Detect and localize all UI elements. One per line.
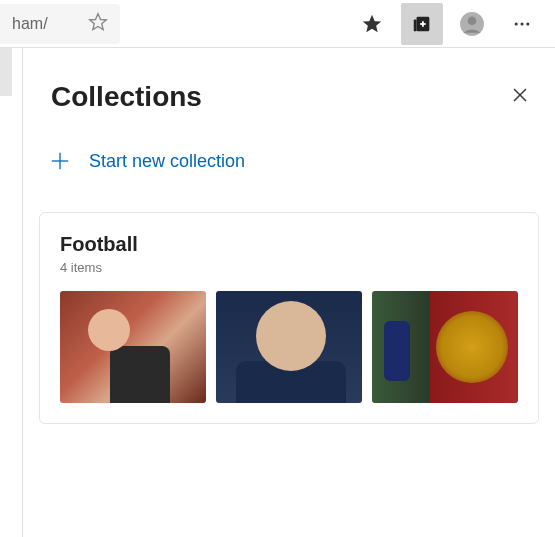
address-bar-fragment[interactable]: ham/ (0, 4, 120, 44)
svg-point-7 (468, 16, 477, 25)
panel-header: Collections (43, 80, 535, 114)
favorites-button[interactable] (351, 3, 393, 45)
profile-button[interactable] (451, 3, 493, 45)
panel-title: Collections (43, 81, 202, 113)
more-options-button[interactable] (501, 3, 543, 45)
svg-rect-3 (414, 19, 417, 31)
svg-marker-1 (363, 14, 381, 31)
start-new-collection-button[interactable]: Start new collection (43, 150, 535, 172)
svg-point-8 (515, 22, 518, 25)
side-edge (0, 48, 12, 96)
collection-name: Football (60, 233, 518, 256)
svg-marker-0 (90, 13, 107, 29)
svg-point-9 (521, 22, 524, 25)
close-icon (511, 86, 529, 104)
svg-point-10 (526, 22, 529, 25)
collection-thumbnail (216, 291, 362, 403)
close-button[interactable] (505, 80, 535, 114)
collection-card[interactable]: Football 4 items (39, 212, 539, 424)
url-text: ham/ (12, 15, 48, 33)
toolbar-buttons (351, 3, 555, 45)
collections-button[interactable] (401, 3, 443, 45)
collection-thumbnail (372, 291, 518, 403)
collection-item-count: 4 items (60, 260, 518, 275)
start-new-collection-label: Start new collection (89, 151, 245, 172)
collections-panel: Collections Start new collection Footbal… (22, 48, 555, 537)
favorite-star-outline-icon[interactable] (88, 12, 108, 36)
collection-thumbnails (60, 291, 518, 403)
browser-toolbar: ham/ (0, 0, 555, 48)
collection-thumbnail (60, 291, 206, 403)
plus-icon (49, 150, 71, 172)
